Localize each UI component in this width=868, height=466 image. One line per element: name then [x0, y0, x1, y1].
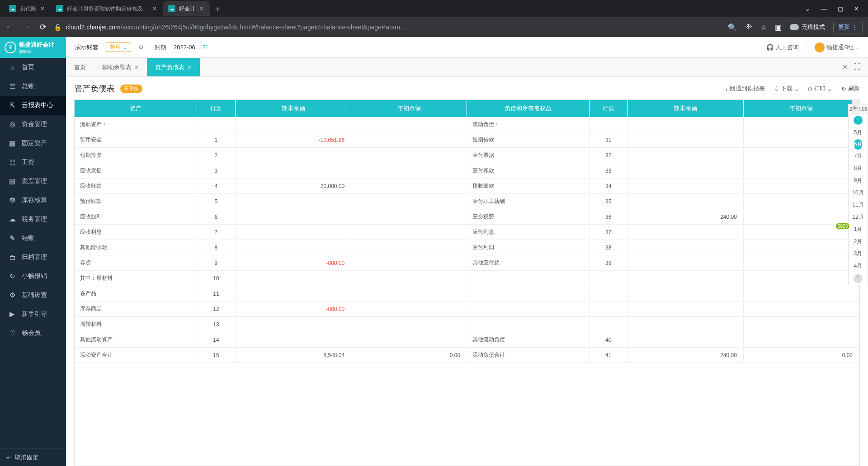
cell-liab-end: [627, 132, 743, 148]
window-dropdown-icon[interactable]: ⌄: [805, 5, 810, 12]
balance-sheet-table-wrap[interactable]: ▶ 资产 行次 期末余额 年初余额 负债和所有者权益 行次: [74, 99, 860, 466]
sidebar-item[interactable]: ▶ 新手引导: [0, 305, 66, 324]
table-row[interactable]: 流动资产：流动负债：: [75, 117, 859, 132]
fullscreen-icon[interactable]: ⛶: [854, 63, 861, 71]
table-row[interactable]: 库存商品12-800.00: [75, 301, 859, 317]
sidebar-item[interactable]: ⌂ 首页: [0, 58, 66, 77]
sidebar-item[interactable]: 🗀 归档管理: [0, 248, 66, 267]
month-scroll-down-icon[interactable]: ˅: [854, 274, 863, 283]
table-row[interactable]: 流动资产合计158,548.040.00流动负债合计41240.000.00: [75, 348, 859, 363]
month-button[interactable]: 10月: [852, 187, 864, 199]
close-icon[interactable]: ✕: [187, 64, 192, 71]
nav-forward-icon[interactable]: →: [23, 22, 31, 32]
disable-badge[interactable]: 禁用 ⌄: [106, 42, 131, 52]
table-row[interactable]: 短期投资2应付票据32: [75, 148, 859, 163]
month-button[interactable]: 7月: [852, 150, 864, 162]
table-row[interactable]: 周转材料13: [75, 317, 859, 332]
download-button[interactable]: ⇩下载 ⌄: [774, 85, 799, 93]
logo[interactable]: ¥ 畅捷通好会计 旗舰版: [0, 37, 66, 58]
table-row[interactable]: 应收股利6应交税费36240.00: [75, 209, 859, 225]
table-row[interactable]: 其他应收款8应付利润38: [75, 240, 859, 255]
close-all-tabs-icon[interactable]: ✕: [842, 63, 848, 71]
close-icon[interactable]: ✕: [40, 5, 45, 12]
cell-liab-end: [627, 255, 743, 271]
eye-off-icon[interactable]: 👁: [745, 23, 752, 31]
sidebar-collapse-button[interactable]: ⇤ 取消固定: [0, 448, 66, 466]
revert-button[interactable]: ↓回退到原报表: [725, 85, 765, 93]
update-button[interactable]: 更新⋮: [833, 21, 863, 33]
account-name[interactable]: 演示账套: [75, 43, 99, 52]
sidebar-item[interactable]: ▤ 发票管理: [0, 172, 66, 191]
window-maximize-icon[interactable]: ▢: [838, 5, 843, 12]
month-button[interactable]: 12月: [852, 211, 864, 223]
month-button[interactable]: 6月: [854, 139, 863, 150]
sidebar-item[interactable]: ⇱ 云报表中心: [0, 96, 66, 115]
cell-asset-begin: [351, 317, 467, 332]
browser-tab[interactable]: ☁ 好会计 ✕: [163, 1, 210, 16]
month-button[interactable]: 8月: [852, 162, 864, 174]
extension-icon[interactable]: ▣: [775, 23, 782, 32]
scroll-right-icon[interactable]: ▶: [852, 100, 859, 115]
period-value[interactable]: 2022-06: [174, 44, 195, 51]
close-icon[interactable]: ✕: [134, 64, 139, 71]
calendar-icon[interactable]: ☷: [203, 44, 208, 51]
sidebar-item[interactable]: ↻ 小畅报销: [0, 267, 66, 286]
print-button[interactable]: ⎙打印 ⌄: [808, 85, 832, 93]
sidebar-item-icon: 🗀: [8, 254, 16, 261]
new-tab-button[interactable]: ＋: [213, 3, 222, 14]
table-row[interactable]: 货币资金1-10,651.96短期借款31: [75, 132, 859, 148]
month-button[interactable]: 9月: [852, 174, 864, 187]
table-row[interactable]: 应收利息7应付利息37: [75, 225, 859, 240]
refresh-button[interactable]: ↻刷新: [841, 85, 860, 93]
close-icon[interactable]: ✕: [152, 5, 157, 12]
month-button[interactable]: 3月: [854, 248, 863, 260]
sidebar-item[interactable]: ◎ 资金管理: [0, 115, 66, 134]
sidebar-item-label: 税务管理: [22, 215, 47, 223]
url-field[interactable]: 🔒 cloud2.chanjet.com/accounting/uh26t264…: [54, 24, 721, 31]
main-area: 演示账套 禁用 ⌄ ⚙ 账期 2022-06 ☷ 🎧 人工咨询 | 畅捷通B组.…: [66, 37, 868, 466]
table-row[interactable]: 应收账款420,000.00预收账款34: [75, 179, 859, 194]
page-tab[interactable]: 首页: [66, 58, 94, 76]
window-minimize-icon[interactable]: ―: [821, 5, 827, 12]
sidebar-item[interactable]: ☁ 税务管理: [0, 210, 66, 229]
tab-title: 好会计: [179, 5, 195, 13]
table-row[interactable]: 存货9-800.00其他应付款39: [75, 255, 859, 271]
sidebar-item[interactable]: ✎ 结账: [0, 229, 66, 248]
user-menu[interactable]: 畅捷通B组...: [815, 42, 859, 52]
month-button[interactable]: 11月: [852, 199, 864, 211]
sidebar-item[interactable]: ⚙ 基础设置: [0, 286, 66, 305]
window-close-icon[interactable]: ✕: [854, 5, 859, 12]
month-button[interactable]: 1月: [854, 223, 863, 235]
table-row[interactable]: 在产品11: [75, 286, 859, 301]
table-row[interactable]: 其中：原材料10: [75, 271, 859, 286]
month-scroll-up-icon[interactable]: ˄: [854, 116, 863, 125]
unbalanced-badge: 不平衡: [120, 85, 142, 93]
zoom-icon[interactable]: 🔍: [728, 23, 737, 32]
nav-back-icon[interactable]: ←: [5, 22, 14, 32]
month-button[interactable]: 2月: [854, 235, 863, 248]
gear-icon[interactable]: ⚙: [138, 44, 144, 51]
support-button[interactable]: 🎧 人工咨询: [766, 43, 799, 52]
page-tab[interactable]: 资产负债表✕: [147, 58, 200, 76]
sidebar-item[interactable]: ☰ 总账: [0, 77, 66, 96]
sidebar-item[interactable]: ▦ 固定资产: [0, 134, 66, 153]
th-row: 行次: [197, 100, 235, 117]
page-tab[interactable]: 辅助余额表✕: [94, 58, 147, 76]
sidebar-item[interactable]: ☷ 工资: [0, 153, 66, 172]
month-button[interactable]: 4月: [854, 260, 863, 272]
cell-asset-row: 10: [197, 271, 235, 286]
cell-asset-begin: [351, 132, 467, 148]
sidebar-item[interactable]: ♡ 畅会员: [0, 324, 66, 343]
sidebar-item[interactable]: ⛃ 库存核算: [0, 191, 66, 210]
table-row[interactable]: 应收票据3应付账款33: [75, 163, 859, 179]
close-icon[interactable]: ✕: [199, 5, 204, 12]
cell-asset-name: 应收利息: [75, 225, 197, 240]
browser-tab[interactable]: ☁ 易代账 ✕: [4, 1, 51, 16]
browser-tab[interactable]: ☁ 好会计财务管理软件购买价格及… ✕: [51, 1, 163, 16]
cell-liab-name: 应付职工薪酬: [467, 194, 589, 209]
nav-reload-icon[interactable]: ⟳: [40, 22, 47, 32]
table-row[interactable]: 其他流动资产14其他流动负债40: [75, 332, 859, 348]
month-button[interactable]: 5月: [852, 127, 864, 139]
table-row[interactable]: 预付账款5应付职工薪酬35: [75, 194, 859, 209]
star-icon[interactable]: ☆: [760, 23, 767, 32]
